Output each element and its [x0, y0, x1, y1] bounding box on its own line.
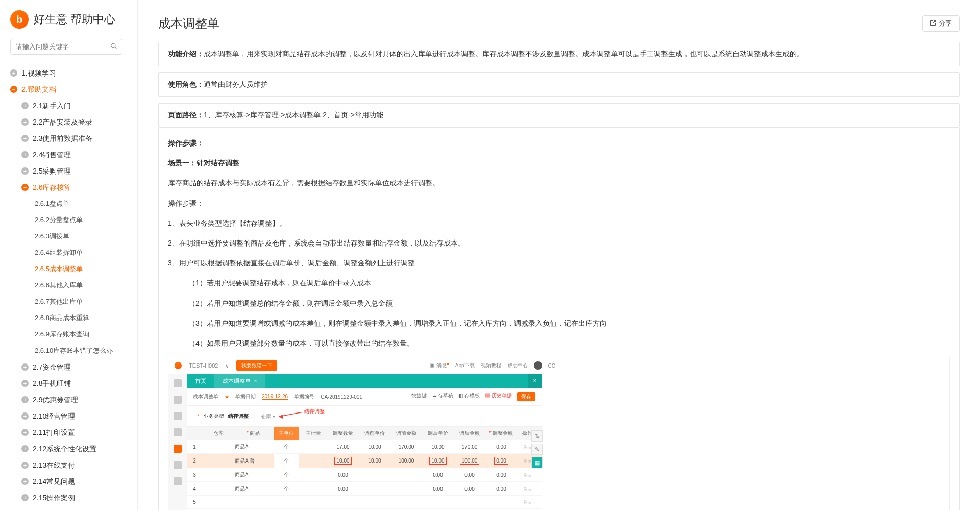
doc-date: 2019-12-26 [262, 394, 288, 400]
search-icon[interactable] [110, 42, 117, 51]
star-icon: ★ [225, 394, 229, 400]
feedback-button: 我要报错一下 [236, 360, 277, 371]
nav-2-14[interactable]: +2.14常见问题 [10, 473, 137, 490]
scenario-head: 场景一：针对结存调整 [168, 157, 950, 169]
nav-2-7[interactable]: +2.7资金管理 [10, 359, 137, 375]
nav-2-2[interactable]: +2.2产品安装及登录 [10, 114, 137, 130]
path-text: 1、库存核算->库存管理->成本调整单 2、首页->常用功能 [204, 111, 383, 119]
content: 成本调整单 分享 功能介绍：成本调整单，用来实现对商品结存成本的调整，以及针对具… [138, 0, 980, 510]
sidebar: b 好生意 帮助中心 +1.视频学习 −2.帮助文档 +2.1新手入门 +2.2… [0, 0, 138, 510]
svg-line-1 [115, 47, 117, 49]
nav-2-6-3[interactable]: 2.6.3调拨单 [10, 228, 137, 245]
role-text: 通常由财务人员维护 [204, 80, 268, 88]
nav-tree: +1.视频学习 −2.帮助文档 +2.1新手入门 +2.2产品安装及登录 +2.… [10, 65, 137, 506]
steps-p2: 操作步骤： [168, 197, 950, 210]
inventory-icon [174, 445, 182, 453]
table-row: 2商品A 普个10.0010.00100.0010.00100.000.00⎘ … [187, 454, 542, 468]
page-title: 成本调整单 [158, 15, 219, 32]
nav-2-6-9[interactable]: 2.6.9库存账本查询 [10, 326, 137, 343]
avatar-icon [534, 361, 542, 370]
app-link: App下载 [455, 362, 475, 369]
nav-2-6-8[interactable]: 2.6.8商品成本重算 [10, 310, 137, 326]
search-box [10, 39, 122, 55]
nav-2-15[interactable]: +2.15操作案例 [10, 490, 137, 506]
msg-icon: ▣ 消息● [430, 361, 449, 369]
nav-2-6[interactable]: −2.6库存核算 [10, 179, 137, 196]
intro-label: 功能介绍： [168, 50, 204, 58]
nav-2-10[interactable]: +2.10经营管理 [10, 408, 137, 424]
search-input[interactable] [10, 39, 122, 55]
svg-marker-3 [279, 415, 283, 419]
table-row: 1商品A个17.0010.00170.0010.00170.000.00⎘ ⌫ [187, 440, 542, 454]
sub-4: （4）如果用户只调整部分数量的成本，可以直接修改带出的结存数量。 [168, 337, 950, 350]
doc-no: CA-20191229-001 [321, 394, 362, 400]
nav-2-3[interactable]: +2.3使用前数据准备 [10, 130, 137, 147]
nav-2-6-2[interactable]: 2.6.2分量盘点单 [10, 212, 137, 228]
biz-type-row: * 业务类型 结存调整 仓库 ▾ 结存调整 [187, 406, 542, 427]
role-box: 使用角色：通常由财务人员维护 [158, 72, 960, 97]
annotation-biztype: 结存调整 [304, 408, 325, 415]
nav-2-11[interactable]: +2.11打印设置 [10, 424, 137, 441]
share-icon [930, 20, 936, 28]
video-link: 视频教程 [481, 362, 501, 369]
table-row: 5⎘ ⌫ [187, 496, 542, 509]
steps-head: 操作步骤： [168, 137, 950, 150]
nav-2-6-1[interactable]: 2.6.1盘点单 [10, 196, 137, 212]
step-1: 1、表头业务类型选择【结存调整】。 [168, 217, 950, 230]
steps-box: 操作步骤： 场景一：针对结存调整 库存商品的结存成本与实际成本有差异，需要根据结… [158, 128, 960, 510]
nav-2-12[interactable]: +2.12系统个性化设置 [10, 441, 137, 457]
role-label: 使用角色： [168, 80, 204, 88]
shot-tabs: 首页 成本调整单 × × [187, 374, 542, 388]
path-box: 页面路径：1、库存核算->库存管理->成本调整单 2、首页->常用功能 [158, 103, 960, 128]
biz-type-field: * 业务类型 结存调整 [193, 410, 253, 422]
table-row: 4商品A个0.000.000.000.00⎘ ⌫ [187, 482, 542, 496]
nav-2-5[interactable]: +2.5采购管理 [10, 163, 137, 179]
user-name: CC [548, 363, 555, 369]
brand-logo-icon: b [10, 10, 29, 29]
brand-row: b 好生意 帮助中心 [10, 10, 137, 29]
shot-logo-icon [175, 362, 182, 369]
nav-2-13[interactable]: +2.13在线支付 [10, 457, 137, 473]
tab-doc: 成本调整单 × [214, 374, 265, 388]
sub-2: （2）若用户知道调整总的结存金额，则在调后金额中录入总金额 [168, 297, 950, 310]
nav-2-8[interactable]: +2.8手机旺铺 [10, 375, 137, 392]
shot-topbar: TEST-H002 ∨ 我要报错一下 ▣ 消息● App下载 视频教程 帮助中心… [168, 357, 561, 374]
nav-2-6-7[interactable]: 2.6.7其他出库单 [10, 294, 137, 310]
tab-home: 首页 [187, 374, 214, 388]
shot-org: TEST-H002 [189, 362, 218, 369]
table-header: 仓库 * 商品 主单位主计量 调整数量调前单价 调前金额调后单价 调后金额 * … [187, 427, 542, 440]
nav-2-6-6[interactable]: 2.6.6其他入库单 [10, 277, 137, 294]
intro-box: 功能介绍：成本调整单，用来实现对商品结存成本的调整，以及针对具体的出入库单进行成… [158, 42, 960, 66]
nav-2-9[interactable]: +2.9优惠券管理 [10, 392, 137, 408]
help-link: 帮助中心 [507, 362, 528, 369]
side-tools: ⇅✎▦ [531, 430, 543, 468]
nav-2-4[interactable]: +2.4销售管理 [10, 147, 137, 163]
steps-p1: 库存商品的结存成本与实际成本有差异，需要根据结存数量和实际单位成本进行调整。 [168, 177, 950, 189]
sub-3: （3）若用户知道要调增或调减的成本差值，则在调整金额中录入差值，调增录入正值，记… [168, 317, 950, 330]
save-button: 保存 [517, 392, 535, 401]
embedded-screenshot: TEST-H002 ∨ 我要报错一下 ▣ 消息● App下载 视频教程 帮助中心… [168, 357, 950, 510]
tab-close-all: × [528, 374, 542, 388]
nav-video[interactable]: +1.视频学习 [10, 65, 137, 81]
share-button[interactable]: 分享 [922, 15, 960, 32]
shot-sidebar [168, 374, 187, 510]
svg-point-0 [111, 43, 115, 47]
nav-2-6-4[interactable]: 2.6.4组装拆卸单 [10, 245, 137, 261]
path-label: 页面路径： [168, 111, 204, 119]
doc-header: 成本调整单 ★ 单据日期 2019-12-26 单据编号 CA-20191229… [187, 388, 542, 406]
brand-title: 好生意 帮助中心 [34, 12, 115, 27]
nav-docs[interactable]: −2.帮助文档 [10, 81, 137, 98]
nav-2-6-5[interactable]: 2.6.5成本调整单 [10, 261, 137, 277]
nav-2-1[interactable]: +2.1新手入门 [10, 98, 137, 114]
step-3: 3、用户可以根据调整依据直接在调后单价、调后金额、调整金额列上进行调整 [168, 257, 950, 270]
intro-text: 成本调整单，用来实现对商品结存成本的调整，以及针对具体的出入库单进行成本调整。库… [204, 50, 804, 58]
doc-name: 成本调整单 [193, 393, 218, 400]
nav-2-6-10[interactable]: 2.6.10库存账本错了怎么办 [10, 343, 137, 359]
step-2: 2、在明细中选择要调整的商品及仓库，系统会自动带出结存数量和结存金额，以及结存成… [168, 237, 950, 250]
table-row: 3商品A个0.000.000.000.00⎘ ⌫ [187, 468, 542, 482]
sub-1: （1）若用户想要调整结存成本，则在调后单价中录入成本 [168, 277, 950, 289]
